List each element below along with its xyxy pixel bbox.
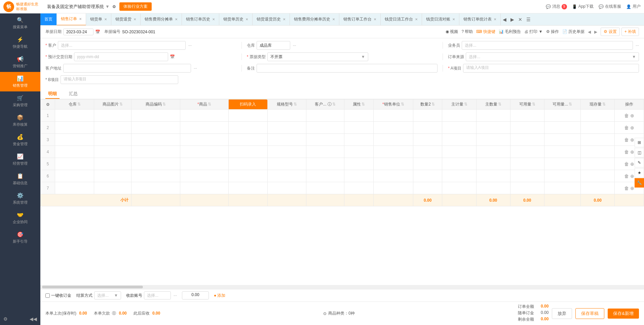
row7-avail[interactable] bbox=[510, 182, 544, 194]
col-scan-header[interactable]: 扫码录入 bbox=[228, 99, 267, 110]
row1-avail[interactable] bbox=[510, 110, 544, 122]
row2-code[interactable] bbox=[131, 122, 180, 134]
row4-code[interactable] bbox=[131, 146, 180, 158]
user-btn[interactable]: 👤 用户 bbox=[626, 4, 641, 9]
row4-customer-code[interactable] bbox=[306, 146, 344, 158]
right-float-btn-4[interactable]: ★ bbox=[635, 168, 644, 177]
row1-main-unit[interactable] bbox=[442, 110, 476, 122]
row1-stock[interactable] bbox=[581, 110, 615, 122]
fill-button[interactable]: + 补填 bbox=[621, 28, 639, 36]
row2-customer-code[interactable] bbox=[306, 122, 344, 134]
sidebar-item-operations[interactable]: 📈 经营管理 bbox=[0, 150, 40, 169]
row3-warehouse[interactable] bbox=[55, 134, 94, 146]
row6-copy-icon[interactable]: ⊕ bbox=[630, 173, 634, 179]
ops-btn[interactable]: ⚙ 操作 bbox=[546, 29, 559, 35]
row3-spec[interactable] bbox=[267, 134, 306, 146]
row2-avail[interactable] bbox=[510, 122, 544, 134]
row4-warehouse[interactable] bbox=[55, 146, 94, 158]
row5-qty2[interactable] bbox=[413, 158, 442, 170]
note-input[interactable] bbox=[257, 64, 438, 73]
row6-warehouse[interactable] bbox=[55, 170, 94, 182]
row7-stock[interactable] bbox=[581, 182, 615, 194]
nav-prev-icon[interactable]: ◀ bbox=[588, 30, 591, 34]
col-avail2-header[interactable]: 可用量...⇅ bbox=[544, 99, 580, 110]
row4-delete-icon[interactable]: 🗑 bbox=[624, 149, 629, 155]
row2-qty2[interactable] bbox=[413, 122, 442, 134]
row5-product[interactable] bbox=[180, 158, 228, 170]
row3-qty2[interactable] bbox=[413, 134, 442, 146]
tab-sales-return[interactable]: 销货退货 ✕ bbox=[111, 13, 141, 26]
order-source-select-wrap[interactable]: 选择... ▼ bbox=[466, 52, 639, 61]
row1-code[interactable] bbox=[131, 110, 180, 122]
close-order-history-icon[interactable]: ✕ bbox=[212, 17, 215, 21]
row7-main-unit[interactable] bbox=[442, 182, 476, 194]
customer-address-input[interactable] bbox=[63, 64, 191, 73]
tab-return-history[interactable]: 销货退货历史 ✕ bbox=[253, 13, 290, 26]
video-btn[interactable]: ◉ 视频 bbox=[446, 29, 458, 35]
row5-copy-icon[interactable]: ⊕ bbox=[630, 161, 634, 167]
tab-order-stats[interactable]: 销售订单统计表 ✕ bbox=[459, 13, 501, 26]
account-more-icon[interactable]: ··· bbox=[174, 293, 177, 298]
solution-button[interactable]: 体验行业方案 bbox=[119, 2, 152, 11]
close-bill-history-icon[interactable]: ✕ bbox=[245, 17, 248, 21]
sidebar-item-system[interactable]: ⚙️ 系统管理 bbox=[0, 189, 40, 208]
add-button[interactable]: ● 添加 bbox=[214, 293, 225, 298]
row4-scan[interactable] bbox=[228, 146, 267, 158]
row6-customer-code[interactable] bbox=[306, 170, 344, 182]
row5-code[interactable] bbox=[131, 158, 180, 170]
tab-scroll-right[interactable]: ▶ bbox=[508, 17, 516, 22]
row6-avail2[interactable] bbox=[544, 170, 580, 182]
row2-copy-icon[interactable]: ⊕ bbox=[630, 125, 634, 130]
right-float-btn-2[interactable]: ◫ bbox=[635, 148, 644, 157]
row1-scan[interactable] bbox=[228, 110, 267, 122]
row5-avail2[interactable] bbox=[544, 158, 580, 170]
row2-product[interactable] bbox=[180, 122, 228, 134]
close-sales-return-icon[interactable]: ✕ bbox=[134, 17, 136, 21]
col-gear-header[interactable]: ⚙ bbox=[41, 99, 55, 110]
one-click-collect-checkbox[interactable]: 一键收订金 bbox=[45, 293, 71, 298]
b-project-input[interactable]: 请输入B项目 bbox=[61, 75, 178, 84]
row7-spec[interactable] bbox=[267, 182, 306, 194]
print-btn[interactable]: 🖨 打印 ▼ bbox=[524, 29, 543, 35]
row5-stock[interactable] bbox=[581, 158, 615, 170]
nav-next-icon[interactable]: ▶ bbox=[594, 30, 597, 34]
amount-input[interactable]: 0.00 bbox=[182, 291, 209, 299]
row7-delete-icon[interactable]: 🗑 bbox=[624, 186, 629, 191]
row3-scan[interactable] bbox=[228, 134, 267, 146]
row4-image[interactable] bbox=[94, 146, 131, 158]
row5-customer-code[interactable] bbox=[306, 158, 344, 170]
close-daily-reconcile-icon[interactable]: ✕ bbox=[452, 17, 455, 21]
address-more-icon[interactable]: ··· bbox=[194, 66, 197, 71]
row3-sale-unit[interactable] bbox=[373, 134, 413, 146]
shortcut-btn[interactable]: ⌨ 快捷键 bbox=[476, 29, 495, 35]
row2-spec[interactable] bbox=[267, 122, 306, 134]
business-person-input-wrap[interactable]: 选择... bbox=[462, 41, 633, 50]
a-project-input[interactable]: 请输入A项目 bbox=[463, 64, 639, 73]
tab-daily-workbench[interactable]: 钱货日清工作台 ✕ bbox=[381, 13, 422, 26]
tab-expense[interactable]: 销售费用分摊单 ✕ bbox=[141, 13, 182, 26]
row6-image[interactable] bbox=[94, 170, 131, 182]
col-sale-unit-header[interactable]: *销售单位⇅ bbox=[373, 99, 413, 110]
row3-copy-icon[interactable]: ⊕ bbox=[630, 137, 634, 143]
invoice-type-select-wrap[interactable]: 不开票 ▼ bbox=[267, 52, 368, 61]
history-btn[interactable]: 📄 历史单据 bbox=[562, 29, 584, 35]
collect-checkbox-input[interactable] bbox=[45, 293, 50, 298]
tab-home[interactable]: 首页 bbox=[40, 13, 57, 26]
row1-spec[interactable] bbox=[267, 110, 306, 122]
row2-sale-unit[interactable] bbox=[373, 122, 413, 134]
row4-main-unit[interactable] bbox=[442, 146, 476, 158]
row3-attr[interactable] bbox=[344, 134, 374, 146]
tab-close-all[interactable]: ✕ bbox=[516, 17, 524, 22]
message-btn[interactable]: 💬 消息 9 bbox=[546, 4, 567, 9]
row2-warehouse[interactable] bbox=[55, 122, 94, 134]
tab-order-workbench[interactable]: 销售订单工作台 ✕ bbox=[339, 13, 381, 26]
customer-input-wrap[interactable]: 选择... bbox=[58, 41, 186, 50]
row5-scan[interactable] bbox=[228, 158, 267, 170]
col-main-unit-header[interactable]: 主计量⇅ bbox=[442, 99, 476, 110]
payment-method-select[interactable]: 选择... ▼ bbox=[94, 291, 121, 299]
account-select[interactable]: 选择... bbox=[144, 291, 171, 299]
scroll-thumb[interactable] bbox=[42, 286, 143, 288]
row3-delete-icon[interactable]: 🗑 bbox=[624, 137, 629, 143]
customer-more-icon[interactable]: ··· bbox=[188, 43, 192, 48]
close-sales-bill-icon[interactable]: ✕ bbox=[104, 17, 107, 21]
